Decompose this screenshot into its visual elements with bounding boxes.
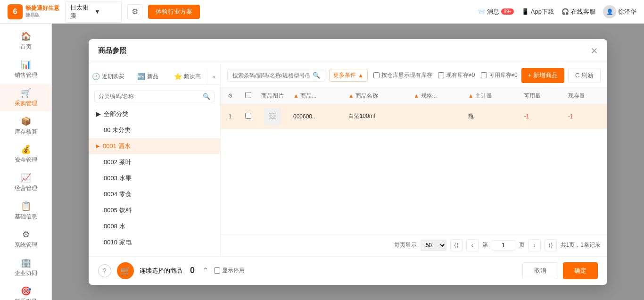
- sidebar-item-sales[interactable]: 📊 销售管理: [0, 56, 51, 83]
- cat-item-label: 0002 茶叶: [104, 158, 132, 167]
- refresh-button[interactable]: C 刷新: [568, 68, 601, 83]
- row-check[interactable]: [239, 104, 256, 129]
- checkbox-warehouse[interactable]: 按仓库显示现有库存: [373, 71, 432, 79]
- cat-nav-new-label: 新品: [147, 73, 158, 81]
- confirm-button[interactable]: 确定: [563, 262, 598, 279]
- cat-item-uncategorized[interactable]: 00 未分类: [89, 122, 220, 138]
- app-label: App下载: [531, 8, 554, 16]
- sidebar-item-finance[interactable]: 💰 资金管理: [0, 141, 51, 168]
- sidebar-item-inventory[interactable]: 📦 库存核算: [0, 112, 51, 140]
- avatar: 👤: [603, 5, 616, 18]
- page-next-button[interactable]: ›: [528, 239, 541, 251]
- footer-right: 取消 确定: [522, 262, 598, 279]
- cat-nav-frequent[interactable]: ⭐ 频次高: [167, 69, 207, 84]
- toolbar-right: + 新增商品 C 刷新: [521, 68, 601, 83]
- show-disabled-checkbox[interactable]: 显示停用: [214, 267, 245, 275]
- show-disabled-input[interactable]: [214, 267, 220, 274]
- checkbox-stock-nonzero-input[interactable]: [438, 72, 444, 78]
- settings-button[interactable]: ⚙: [127, 4, 142, 19]
- sort-icon: ▲: [293, 92, 299, 99]
- modal-body: 🕐 近期购买 🆕 新品 ⭐ 频次高 «: [89, 63, 607, 256]
- modal-close-button[interactable]: ✕: [591, 46, 598, 56]
- sidebar-item-system[interactable]: ⚙ 系统管理: [0, 225, 51, 253]
- category-list: ▶ 全部分类 00 未分类 ▶ 0001 酒水 0002 茶: [89, 106, 220, 250]
- store-selector-label: 日太阳膜: [70, 3, 92, 20]
- row-stock: -1: [563, 104, 607, 129]
- settings-icon[interactable]: ⚙: [228, 92, 233, 99]
- cancel-button[interactable]: 取消: [522, 262, 558, 279]
- notification-item[interactable]: 📨 消息 99+: [478, 8, 513, 16]
- table-row[interactable]: 1 🖼 000600... 白酒100ml: [221, 104, 607, 129]
- navbar: 6 畅捷通好生意 捷易版 日太阳膜 ▼ ⚙ 体验行业方案 📨 消息 99+ 📱 …: [0, 0, 644, 24]
- cat-nav-recent-label: 近期购买: [102, 73, 124, 81]
- col-available: 可用量: [519, 88, 563, 104]
- sidebar-item-label: 经营管理: [15, 184, 37, 192]
- product-reference-modal: 商品参照 ✕ 🕐 近期购买 🆕: [89, 39, 607, 285]
- cat-item-snack[interactable]: 0004 零食: [89, 186, 220, 202]
- checkbox-warehouse-input[interactable]: [373, 72, 380, 78]
- select-all-checkbox[interactable]: [245, 92, 251, 98]
- checkbox-available-nonzero[interactable]: 可用库存≠0: [481, 71, 518, 79]
- category-panel-collapse-button[interactable]: «: [207, 69, 220, 84]
- col-code[interactable]: ▲ 商品...: [289, 88, 344, 104]
- per-page-select[interactable]: 50 10 20 100: [421, 240, 446, 251]
- product-search-input[interactable]: [232, 72, 310, 79]
- sidebar-item-purchase[interactable]: 🛒 采购管理: [0, 84, 51, 111]
- cat-item-tea[interactable]: 0002 茶叶: [89, 154, 220, 170]
- phone-icon: 📱: [521, 8, 529, 15]
- sidebar-item-operations[interactable]: 📈 经营管理: [0, 169, 51, 196]
- col-unit[interactable]: ▲ 主计量: [463, 88, 520, 104]
- sidebar-item-enterprise[interactable]: 🏢 企业协同: [0, 254, 51, 281]
- col-img: 商品图片: [256, 88, 289, 104]
- logo: 6 畅捷通好生意 捷易版: [8, 4, 59, 19]
- col-spec[interactable]: ▲ 规格...: [409, 88, 463, 104]
- sort-icon: ▲: [413, 92, 419, 99]
- cta-button[interactable]: 体验行业方案: [148, 5, 200, 19]
- cat-item-appliance[interactable]: 0010 家电: [89, 234, 220, 250]
- help-button[interactable]: ?: [98, 264, 111, 277]
- page-input[interactable]: [492, 240, 515, 250]
- row-checkbox[interactable]: [245, 113, 251, 119]
- service-item[interactable]: 🎧 在线客服: [561, 8, 595, 16]
- sidebar-item-label: 企业协同: [15, 269, 37, 277]
- user-item[interactable]: 👤 徐泽华: [603, 5, 636, 18]
- enterprise-icon: 🏢: [21, 258, 31, 268]
- cat-item-water[interactable]: 0008 水: [89, 218, 220, 234]
- category-nav: 🕐 近期购买 🆕 新品 ⭐ 频次高 «: [89, 69, 220, 85]
- add-product-button[interactable]: + 新增商品: [521, 68, 564, 83]
- collapse-selected-button[interactable]: ⌃: [202, 266, 208, 275]
- row-unit: 瓶: [463, 104, 520, 129]
- sidebar-item-guide[interactable]: 🎯 新手引导: [0, 282, 51, 300]
- page-prev-button[interactable]: ‹: [466, 239, 479, 251]
- cat-nav-new[interactable]: 🆕 新品: [128, 69, 168, 84]
- sidebar-item-basic-info[interactable]: 📋 基础信息: [0, 197, 51, 225]
- product-search-box: 🔍: [227, 69, 325, 82]
- cat-item-fruit[interactable]: 0003 水果: [89, 170, 220, 186]
- checkbox-stock-nonzero[interactable]: 现有库存≠0: [438, 71, 475, 79]
- more-filter-button[interactable]: 更多条件 ▲: [329, 69, 368, 82]
- col-name[interactable]: ▲ 商品名称: [344, 88, 409, 104]
- sidebar-item-label: 新手引导: [15, 298, 37, 300]
- cat-item-liquor[interactable]: ▶ 0001 酒水: [89, 138, 220, 154]
- app-download-item[interactable]: 📱 App下载: [521, 8, 554, 16]
- cat-nav-frequent-label: 频次高: [184, 73, 201, 81]
- cat-item-label: 全部分类: [104, 110, 128, 118]
- cat-item-all[interactable]: ▶ 全部分类: [89, 106, 220, 122]
- page-first-button[interactable]: ⟨⟨: [450, 239, 462, 251]
- notification-label: 消息: [487, 8, 499, 16]
- sidebar-item-label: 资金管理: [15, 156, 37, 164]
- cat-nav-recent[interactable]: 🕐 近期购买: [89, 69, 128, 84]
- logo-text: 畅捷通好生意: [25, 5, 59, 11]
- store-selector[interactable]: 日太阳膜 ▼: [65, 1, 122, 23]
- page-last-button[interactable]: ⟩⟩: [545, 239, 557, 251]
- checkbox-available-nonzero-input[interactable]: [481, 72, 487, 78]
- cat-item-beverage[interactable]: 0005 饮料: [89, 202, 220, 218]
- expand-icon: ▶: [96, 110, 101, 117]
- row-available: -1: [519, 104, 563, 129]
- sidebar-item-home[interactable]: 🏠 首页: [0, 27, 51, 55]
- system-icon: ⚙: [22, 229, 30, 240]
- cart-icon[interactable]: 🛒: [117, 262, 134, 279]
- category-search-input[interactable]: [99, 93, 200, 100]
- modal-title: 商品参照: [98, 46, 126, 55]
- cat-item-label: 00 未分类: [104, 126, 131, 134]
